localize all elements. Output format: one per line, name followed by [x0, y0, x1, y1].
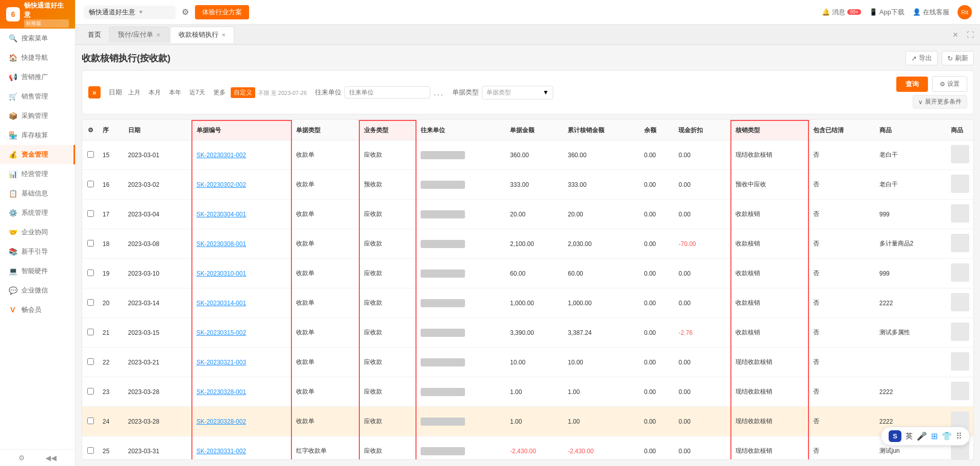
- voucher-no-link[interactable]: SK-20230308-001: [197, 240, 246, 248]
- shirt-icon[interactable]: 👕: [942, 431, 952, 441]
- cell-amount: 20.00: [506, 200, 564, 229]
- tab-prepay[interactable]: 预付/应付单 ✕: [109, 27, 169, 42]
- cell-write-off-type: 现结收款核销: [731, 436, 809, 460]
- cell-settings[interactable]: [82, 288, 99, 318]
- hardware-icon: 💻: [8, 266, 17, 276]
- collapse-icon[interactable]: ◀◀: [45, 454, 57, 462]
- voucher-no-link[interactable]: SK-20230321-003: [197, 359, 246, 366]
- cell-partner: ██████: [416, 170, 506, 200]
- sidebar-item-finance[interactable]: 💰 资金管理: [0, 145, 75, 164]
- voucher-no-link[interactable]: SK-20230314-001: [197, 300, 246, 307]
- more-filters-icon[interactable]: ...: [433, 87, 444, 98]
- sidebar-item-sales[interactable]: 🛒 销售管理: [0, 87, 75, 106]
- settings-icon[interactable]: ⚙: [18, 454, 25, 462]
- sidebar-item-basic[interactable]: 📋 基础信息: [0, 184, 75, 203]
- this-month-option[interactable]: 本月: [145, 87, 164, 98]
- user-avatar-area[interactable]: Rit: [958, 5, 972, 19]
- filter-toggle-button[interactable]: »: [88, 86, 101, 99]
- refresh-button[interactable]: ↻ 刷新: [942, 51, 974, 65]
- cell-cash-discount: 0.00: [674, 377, 730, 407]
- close-window-icon[interactable]: ✕: [950, 29, 961, 41]
- custom-date-option[interactable]: 自定义: [231, 87, 255, 98]
- gear-icon[interactable]: ⚙: [182, 7, 189, 17]
- sidebar-item-wechat[interactable]: 💬 企业微信: [0, 281, 75, 300]
- voucher-no-link[interactable]: SK-20230304-001: [197, 211, 246, 218]
- cell-settings[interactable]: [82, 200, 99, 229]
- cell-settings[interactable]: [82, 436, 99, 460]
- th-voucher-type: 单据类型: [291, 120, 359, 140]
- cell-settings[interactable]: [82, 318, 99, 348]
- cell-write-off-type: 现结收款核销: [731, 348, 809, 377]
- th-date: 日期: [124, 120, 192, 140]
- refresh-icon: ↻: [947, 55, 953, 62]
- query-button[interactable]: 查询: [896, 77, 928, 92]
- cell-settings[interactable]: [82, 259, 99, 288]
- cell-cash-discount: 0.00: [674, 407, 730, 436]
- message-button[interactable]: 🔔 消息 99+: [822, 8, 861, 17]
- workspace-selector[interactable]: 畅快通道好生意 ▼: [84, 6, 176, 19]
- voucher-no-link[interactable]: SK-20230301-002: [197, 152, 246, 159]
- sogou-logo: S: [889, 430, 901, 442]
- online-service-button[interactable]: 👤 在线客服: [913, 8, 949, 17]
- cell-settings[interactable]: [82, 170, 99, 200]
- filter-settings-button[interactable]: ⚙ 设置: [932, 76, 967, 92]
- sidebar-item-purchase[interactable]: 📦 采购管理: [0, 106, 75, 126]
- voucher-no-link[interactable]: SK-20230310-001: [197, 270, 246, 277]
- sidebar-item-member[interactable]: V 畅会员: [0, 300, 75, 320]
- sidebar-item-shortcut[interactable]: 🏠 快捷导航: [0, 48, 75, 67]
- export-button[interactable]: ↗ 导出: [905, 51, 938, 65]
- expand-more-button[interactable]: ∨ 展开更多条件: [913, 95, 967, 109]
- cell-date: 2023-03-02: [124, 170, 192, 200]
- this-year-option[interactable]: 本年: [166, 87, 184, 98]
- cell-partner: ██████: [416, 407, 506, 436]
- cell-settings[interactable]: [82, 407, 99, 436]
- cell-total-write-off: 10.00: [564, 348, 640, 377]
- more-date-option[interactable]: 更多: [210, 87, 229, 98]
- cell-balance: 0.00: [640, 170, 675, 200]
- sidebar-item-operation[interactable]: 📊 经营管理: [0, 164, 75, 184]
- table-row: 22 2023-03-21 SK-20230321-003 收款单 应收款 ██…: [82, 348, 973, 377]
- sidebar-item-search[interactable]: 🔍 搜索菜单: [0, 29, 75, 48]
- voucher-type-select[interactable]: 单据类型 ▼: [482, 86, 553, 100]
- voucher-no-link[interactable]: SK-20230328-001: [197, 388, 246, 396]
- settings-icon: ⚙: [940, 81, 945, 88]
- last-7days-option[interactable]: 近7天: [186, 87, 208, 98]
- sidebar-item-label: 营销推广: [21, 72, 48, 82]
- cell-write-off-type: 收款核销: [731, 200, 809, 229]
- cell-settings[interactable]: [82, 348, 99, 377]
- sidebar-item-system[interactable]: ⚙️ 系统管理: [0, 203, 75, 223]
- maximize-icon[interactable]: ⛶: [965, 29, 976, 41]
- mic-icon[interactable]: 🎤: [917, 431, 927, 441]
- app-download-button[interactable]: 📱 App下载: [869, 8, 904, 17]
- sidebar-item-marketing[interactable]: 📢 营销推广: [0, 67, 75, 87]
- th-settings[interactable]: ⚙: [82, 120, 99, 140]
- grid-icon[interactable]: ⊞: [931, 431, 938, 441]
- sidebar-item-guide[interactable]: 📚 新手引导: [0, 242, 75, 261]
- cell-product: 2222: [875, 288, 947, 318]
- voucher-no-link[interactable]: SK-20230328-002: [197, 418, 246, 425]
- voucher-no-link[interactable]: SK-20230315-002: [197, 329, 246, 336]
- voucher-no-link[interactable]: SK-20230331-002: [197, 448, 246, 455]
- workspace-name: 畅快通道好生意: [89, 8, 135, 17]
- cell-settings[interactable]: [82, 229, 99, 259]
- sidebar-footer: ⚙ ◀◀: [0, 449, 75, 466]
- cell-settings[interactable]: [82, 377, 99, 407]
- cell-settings[interactable]: [82, 140, 99, 170]
- apps-icon[interactable]: ⠿: [956, 431, 962, 441]
- tab-home[interactable]: 首页: [80, 27, 109, 42]
- tab-close-icon[interactable]: ✕: [222, 32, 226, 38]
- tab-collection[interactable]: 收款核销执行 ✕: [170, 27, 234, 43]
- tab-close-icon[interactable]: ✕: [156, 32, 160, 38]
- cell-cash-discount: -70.00: [674, 229, 730, 259]
- cell-cash-discount: 0.00: [674, 436, 730, 460]
- cell-include-settled: 否: [808, 407, 875, 436]
- partner-input[interactable]: [345, 86, 430, 99]
- sidebar-item-hardware[interactable]: 💻 智能硬件: [0, 261, 75, 281]
- last-month-option[interactable]: 上月: [125, 87, 143, 98]
- partner-label: 往来单位: [315, 88, 341, 97]
- sidebar-item-enterprise[interactable]: 🤝 企业协同: [0, 223, 75, 242]
- industry-solution-button[interactable]: 体验行业方案: [195, 5, 249, 19]
- voucher-no-link[interactable]: SK-20230302-002: [197, 181, 246, 188]
- sidebar-item-inventory[interactable]: 🏪 库存核算: [0, 126, 75, 145]
- cell-voucher-no: SK-20230301-002: [192, 140, 292, 170]
